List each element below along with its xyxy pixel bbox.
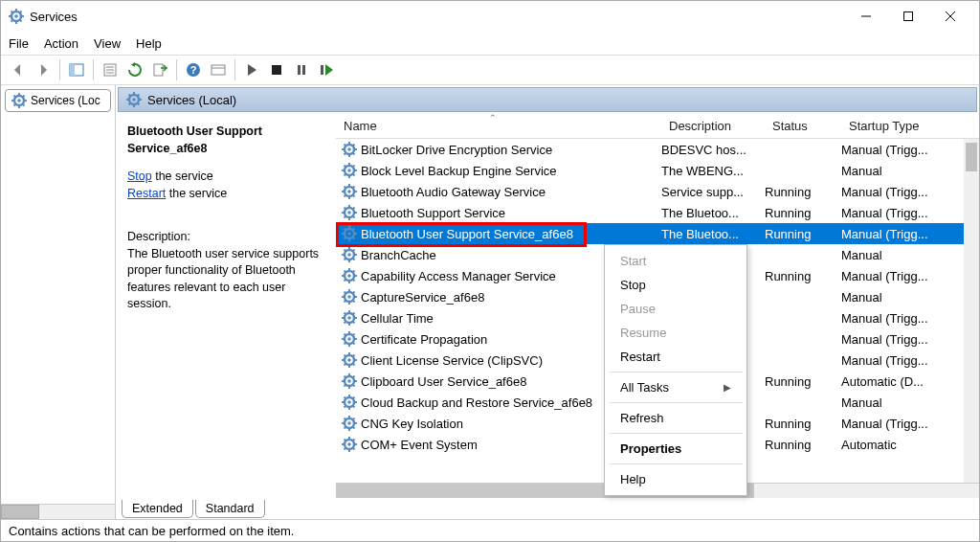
- help-button[interactable]: ?: [182, 58, 205, 81]
- service-row[interactable]: Bluetooth Audio Gateway ServiceService s…: [336, 181, 979, 202]
- statusbar: Contains actions that can be performed o…: [1, 520, 979, 541]
- gear-icon: [342, 289, 357, 305]
- titlebar: Services: [1, 1, 979, 32]
- service-name: Bluetooth Support Service: [361, 206, 505, 220]
- gear-icon: [342, 310, 357, 326]
- service-status: Running: [765, 438, 841, 452]
- service-description: Service supp...: [661, 185, 765, 199]
- gear-icon: [342, 395, 357, 410]
- back-button[interactable]: [7, 58, 30, 81]
- service-row[interactable]: Bluetooth Support ServiceThe Bluetoo...R…: [336, 202, 979, 223]
- service-startup: Manual: [841, 248, 979, 262]
- restart-service-button[interactable]: [315, 58, 338, 81]
- pane-header: Services (Local): [118, 87, 977, 112]
- tab-extended[interactable]: Extended: [122, 500, 193, 518]
- service-startup: Manual (Trigg...: [841, 332, 979, 347]
- service-name: COM+ Event System: [361, 438, 478, 452]
- service-startup: Manual (Trigg...: [841, 143, 979, 157]
- description-label: Description:: [127, 229, 324, 246]
- service-name: BranchCache: [361, 248, 436, 262]
- svg-rect-28: [321, 65, 323, 75]
- ctx-help[interactable]: Help: [605, 467, 746, 491]
- menu-view[interactable]: View: [94, 36, 121, 51]
- ctx-stop[interactable]: Stop: [605, 273, 746, 297]
- list-vscrollbar[interactable]: [964, 139, 979, 483]
- service-startup: Manual (Trigg...: [841, 206, 979, 220]
- service-row[interactable]: BitLocker Drive Encryption ServiceBDESVC…: [336, 139, 979, 160]
- ctx-all-tasks[interactable]: All Tasks▶: [605, 375, 746, 399]
- tree-node-services-local[interactable]: Services (Loc: [5, 89, 111, 112]
- restart-suffix: the service: [166, 187, 227, 200]
- service-startup: Manual (Trigg...: [841, 311, 979, 326]
- selected-service-name: Bluetooth User Support Service_af6e8: [127, 124, 324, 157]
- service-startup: Manual (Trigg...: [841, 269, 979, 283]
- stop-service-link[interactable]: Stop: [127, 169, 152, 183]
- service-startup: Manual (Trigg...: [841, 185, 979, 199]
- service-row[interactable]: Bluetooth User Support Service_af6e8The …: [336, 223, 979, 244]
- service-name: CaptureService_af6e8: [361, 290, 484, 305]
- service-name: Cellular Time: [361, 311, 434, 326]
- show-hide-tree-button[interactable]: [65, 58, 88, 81]
- chevron-right-icon: ▶: [724, 382, 731, 393]
- svg-text:?: ?: [190, 64, 197, 76]
- view-tabs: Extended Standard: [116, 498, 979, 519]
- col-header-startup[interactable]: Startup Type: [841, 115, 979, 137]
- service-name: Cloud Backup and Restore Service_af6e8: [361, 395, 592, 410]
- stop-suffix: the service: [152, 169, 213, 183]
- toolbar: ?: [1, 55, 979, 85]
- restart-service-link[interactable]: Restart: [127, 187, 166, 200]
- gear-icon: [342, 268, 357, 283]
- col-header-status[interactable]: Status: [765, 115, 841, 137]
- ctx-all-tasks-label: All Tasks: [620, 380, 669, 395]
- gear-icon: [342, 373, 357, 389]
- close-button[interactable]: [929, 2, 971, 31]
- menu-file[interactable]: File: [9, 36, 29, 51]
- services-window: Services File Action View Help ?: [0, 0, 980, 542]
- task-pane: Bluetooth User Support Service_af6e8 Sto…: [116, 114, 336, 498]
- refresh-button[interactable]: [123, 58, 146, 81]
- col-header-description[interactable]: Description: [661, 115, 765, 137]
- minimize-button[interactable]: [845, 2, 887, 31]
- gear-icon: [342, 331, 357, 347]
- service-name: Capability Access Manager Service: [361, 269, 556, 283]
- svg-rect-27: [302, 65, 305, 75]
- forward-button[interactable]: [32, 58, 55, 81]
- description-text: The Bluetooth user service supports prop…: [127, 246, 324, 313]
- sort-indicator-icon: ⌃: [489, 113, 497, 123]
- service-startup: Automatic (D...: [841, 374, 979, 389]
- col-header-name[interactable]: Name: [336, 115, 661, 137]
- export-button[interactable]: [148, 58, 171, 81]
- menu-help[interactable]: Help: [136, 36, 162, 51]
- start-service-button[interactable]: [240, 58, 263, 81]
- service-description: The Bluetoo...: [661, 206, 765, 220]
- ctx-restart[interactable]: Restart: [605, 345, 746, 369]
- view-button[interactable]: [207, 58, 230, 81]
- list-header: ⌃ Name Description Status Startup Type: [336, 114, 979, 139]
- service-startup: Manual (Trigg...: [841, 353, 979, 368]
- service-status: Running: [765, 417, 841, 431]
- gear-icon: [342, 142, 357, 157]
- menu-action[interactable]: Action: [44, 36, 78, 51]
- service-row[interactable]: Block Level Backup Engine ServiceThe WBE…: [336, 160, 979, 181]
- ctx-properties[interactable]: Properties: [605, 437, 746, 461]
- tab-standard[interactable]: Standard: [195, 500, 265, 518]
- gear-icon: [342, 437, 357, 452]
- context-menu: Start Stop Pause Resume Restart All Task…: [604, 244, 747, 496]
- service-name: Bluetooth Audio Gateway Service: [361, 185, 546, 199]
- service-startup: Manual: [841, 164, 979, 178]
- ctx-pause: Pause: [605, 297, 746, 321]
- properties-button[interactable]: [99, 58, 122, 81]
- body: Services (Loc Services (Local) Bluetooth…: [1, 85, 979, 520]
- pause-service-button[interactable]: [290, 58, 313, 81]
- stop-service-button[interactable]: [265, 58, 288, 81]
- pane-header-label: Services (Local): [147, 93, 236, 107]
- maximize-button[interactable]: [887, 2, 929, 31]
- ctx-refresh[interactable]: Refresh: [605, 406, 746, 430]
- service-startup: Automatic: [841, 438, 979, 452]
- ctx-resume: Resume: [605, 321, 746, 345]
- tree-hscrollbar[interactable]: [1, 504, 115, 519]
- right-pane: Services (Local) Bluetooth User Support …: [116, 85, 979, 519]
- svg-rect-25: [272, 65, 281, 75]
- svg-rect-15: [70, 64, 75, 76]
- service-status: Running: [765, 227, 841, 241]
